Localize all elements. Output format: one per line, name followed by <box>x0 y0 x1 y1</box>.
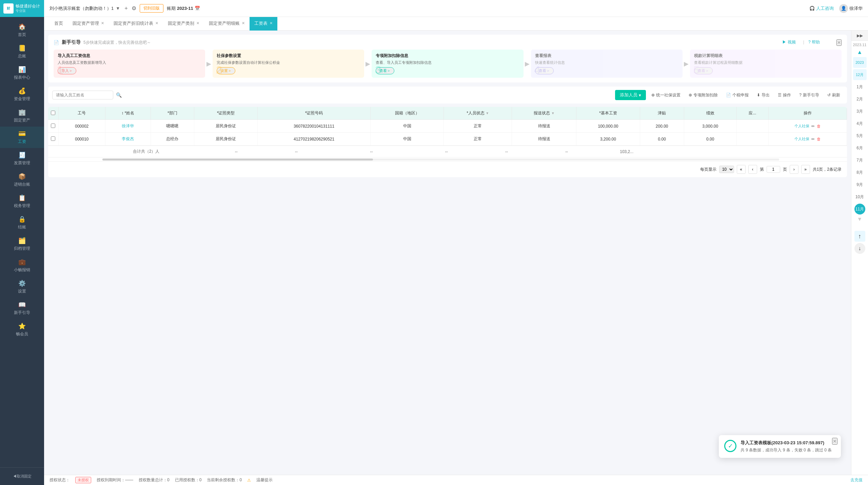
toolbar-action-operate[interactable]: ☰操作 <box>775 91 794 99</box>
tab-payroll[interactable]: 工资表✕ <box>250 17 277 31</box>
sidebar-label-tax: 税务管理 <box>14 203 30 209</box>
rp-month-6[interactable]: 6月 <box>853 143 867 153</box>
search-input[interactable] <box>52 91 113 99</box>
sidebar-item-ledger[interactable]: 📒总账 <box>0 41 44 62</box>
rp-year-2023[interactable]: 2023 <box>853 57 867 68</box>
sidebar-item-tax[interactable]: 📋税务管理 <box>0 191 44 212</box>
tab-close-depreciation[interactable]: ✕ <box>155 21 158 25</box>
toolbar-action-special-deduction[interactable]: ⊕专项附加扣除 <box>686 91 721 99</box>
toast-desc: 共 9 条数据，成功导入 9 条，失败 0 条，跳过 0 条 <box>741 447 835 453</box>
horizontal-scrollbar[interactable] <box>48 157 847 161</box>
guide-video-link[interactable]: ▶ 视频 <box>782 39 795 45</box>
op-delete-0[interactable]: 🗑 <box>817 124 821 129</box>
page-input[interactable] <box>767 166 780 173</box>
rp-month-3[interactable]: 3月 <box>853 106 867 117</box>
cell-op-0[interactable]: 个人社保 ✏ 🗑 <box>769 120 847 133</box>
row-checkbox-0[interactable] <box>48 120 58 133</box>
op-social-0[interactable]: 个人社保 <box>794 124 809 129</box>
guide-close-button[interactable]: ✕ <box>836 39 842 46</box>
last-page-button[interactable]: » <box>801 165 810 174</box>
account-dropdown-icon[interactable]: ▼ <box>116 6 120 11</box>
sidebar-item-payroll[interactable]: 💳工资 <box>0 127 44 148</box>
op-edit-0[interactable]: ✏ <box>811 124 815 129</box>
toolbar-action-export[interactable]: ⬇导出 <box>754 91 772 99</box>
op-delete-1[interactable]: 🗑 <box>817 137 821 142</box>
toolbar-action-beginner-guide[interactable]: ?新手引导 <box>796 91 822 99</box>
rp-month-11[interactable]: 11月 <box>854 204 865 214</box>
sidebar-item-member[interactable]: ⭐畅会员 <box>0 319 44 340</box>
cell-name-1[interactable]: 李俊杰 <box>105 133 151 146</box>
user-info[interactable]: 👤 徐泽华 <box>839 4 863 13</box>
cell-op-1[interactable]: 个人社保 ✏ 🗑 <box>769 133 847 146</box>
rp-month-10[interactable]: 10月 <box>853 191 867 202</box>
add-account-icon[interactable]: ＋ <box>123 5 129 12</box>
guide-help-link[interactable]: ? 帮助 <box>808 39 820 45</box>
step-desc-2: 完成社保参数设置自动计算社保公积金 <box>217 60 360 65</box>
scroll-down-icon[interactable]: ↓ <box>854 243 865 254</box>
tab-close-category[interactable]: ✕ <box>196 21 199 25</box>
rp-month-4[interactable]: 4月 <box>853 118 867 129</box>
step-title-1: 导入员工工资信息 <box>58 53 201 59</box>
tab-home[interactable]: 首页 <box>50 17 68 31</box>
period-selector[interactable]: 账期 2023-11 📅 <box>167 5 200 12</box>
col-status[interactable]: *人员状态 ▼ <box>444 107 512 120</box>
sidebar-item-settings[interactable]: ⚙️设置 <box>0 276 44 298</box>
rp-month-9[interactable]: 9月 <box>853 179 867 190</box>
account-selector[interactable]: 刘小艳演示账套（勿删勿动！）1 ▼ <box>50 5 120 12</box>
sidebar-item-archive[interactable]: 🗂️归档管理 <box>0 234 44 255</box>
table-header: 工号 ↕ *姓名 *部门 *证照类型 *证照号码 国籍（地区） *人员状态 ▼ … <box>48 107 847 120</box>
toolbar-action-social-insurance[interactable]: ⊕统一社保设置 <box>649 91 683 99</box>
add-person-button[interactable]: 添加人员 ▾ <box>615 90 646 100</box>
panel-toggle[interactable]: ▶▶ <box>851 31 868 41</box>
col-report-status[interactable]: 报送状态 ▼ <box>512 107 576 120</box>
op-social-1[interactable]: 个人社保 <box>794 136 809 142</box>
cell-name-0[interactable]: 徐泽华 <box>105 120 151 133</box>
sidebar-item-expense[interactable]: 💼小畅报销 <box>0 255 44 276</box>
cancel-fixed-button[interactable]: ◀取消固定 <box>0 471 44 482</box>
sidebar-item-reports[interactable]: 📊报表中心 <box>0 62 44 84</box>
rp-month-0[interactable]: 12月 <box>853 69 867 80</box>
calendar-icon[interactable]: 📅 <box>195 6 200 11</box>
rp-month-2[interactable]: 2月 <box>853 94 867 105</box>
customer-service[interactable]: 🎧 人工咨询 <box>809 5 834 12</box>
tab-close-payroll[interactable]: ✕ <box>270 21 273 25</box>
logo-icon: 财 <box>3 3 14 14</box>
tab-assets[interactable]: 固定资产管理✕ <box>68 17 109 31</box>
sidebar-icon-payroll: 💳 <box>18 130 26 137</box>
switch-version-button[interactable]: 切到旧版 <box>140 4 163 13</box>
first-page-button[interactable]: « <box>737 165 746 174</box>
recharge-link[interactable]: 去充值 <box>850 477 863 483</box>
rp-month-1[interactable]: 1月 <box>853 81 867 92</box>
tab-close-detail[interactable]: ✕ <box>242 21 245 25</box>
tab-detail[interactable]: 固定资产明细账✕ <box>204 17 250 31</box>
per-page-select[interactable]: 10 20 50 <box>719 166 734 173</box>
sidebar-item-inventory[interactable]: 📦进销台账 <box>0 169 44 191</box>
tab-depreciation[interactable]: 固定资产折旧统计表✕ <box>109 17 163 31</box>
sidebar-item-funds[interactable]: 💰资金管理 <box>0 84 44 105</box>
cell-dept-0: 嗯嗯嗯 <box>151 120 194 133</box>
toolbar-action-tax-report[interactable]: 📄个税申报 <box>723 91 751 99</box>
toast-close-button[interactable]: ✕ <box>832 438 837 445</box>
op-edit-1[interactable]: ✏ <box>811 137 815 142</box>
col-name[interactable]: ↕ *姓名 <box>105 107 151 120</box>
rp-month-5[interactable]: 5月 <box>853 130 867 141</box>
sidebar-item-closing[interactable]: 🔒结账 <box>0 212 44 234</box>
toolbar-action-refresh[interactable]: ↺刷新 <box>825 91 843 99</box>
next-page-button[interactable]: › <box>790 165 798 174</box>
prev-page-button[interactable]: ‹ <box>748 165 757 174</box>
tab-close-assets[interactable]: ✕ <box>101 21 104 25</box>
select-all-checkbox[interactable] <box>51 111 55 115</box>
rp-month-8[interactable]: 8月 <box>853 167 867 178</box>
sidebar-item-assets[interactable]: 🏢固定资产 <box>0 105 44 127</box>
year-up-button[interactable]: ▲ <box>854 48 865 56</box>
sidebar-item-guide[interactable]: 📖新手引导 <box>0 298 44 319</box>
tab-category[interactable]: 固定资产类别✕ <box>163 17 204 31</box>
settings-icon[interactable]: ⚙ <box>132 5 136 12</box>
sidebar-icon-reports: 📊 <box>18 66 26 73</box>
sidebar-item-home[interactable]: 🏠首页 <box>0 20 44 41</box>
search-icon[interactable]: 🔍 <box>116 92 122 98</box>
row-checkbox-1[interactable] <box>48 133 58 146</box>
scroll-up-icon[interactable]: ↑ <box>854 231 865 242</box>
rp-month-7[interactable]: 7月 <box>853 155 867 166</box>
sidebar-item-invoices[interactable]: 🧾发票管理 <box>0 148 44 169</box>
